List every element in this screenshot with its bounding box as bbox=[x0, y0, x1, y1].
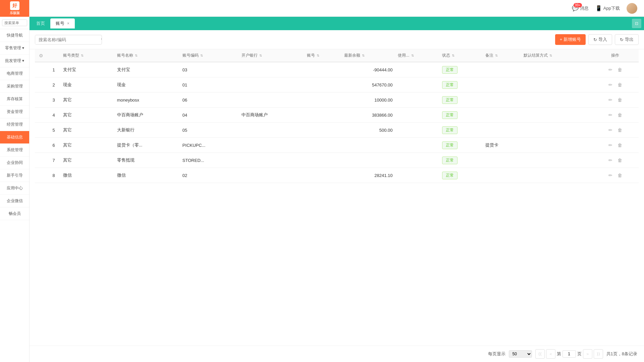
edit-icon[interactable]: ✏ bbox=[606, 156, 614, 164]
sidebar-item-retail[interactable]: 零售管理 ▾ bbox=[0, 42, 29, 55]
search-btn[interactable]: 🔍 bbox=[98, 35, 102, 44]
th-code[interactable]: 账号编码 ⇅ bbox=[180, 49, 239, 62]
delete-icon[interactable]: 🗑 bbox=[616, 96, 624, 104]
table-row: 1 支付宝 支付宝 03 -90444.00 正常 ✏ 🗑 bbox=[35, 62, 639, 77]
tab-expand-btn[interactable]: ⊡ bbox=[632, 19, 641, 28]
row-remark bbox=[483, 93, 521, 108]
sidebar-item-wholesale[interactable]: 批发管理 ▾ bbox=[0, 55, 29, 67]
sidebar-item-enterprise[interactable]: 企业协同 bbox=[0, 157, 29, 169]
th-use[interactable]: 使用... ⇅ bbox=[395, 49, 439, 62]
th-default-settle[interactable]: 默认结算方式 ⇅ bbox=[521, 49, 591, 62]
edit-icon[interactable]: ✏ bbox=[606, 141, 614, 149]
edit-icon[interactable]: ✏ bbox=[606, 171, 614, 179]
sidebar-item-guide[interactable]: 新手引导 bbox=[0, 169, 29, 182]
toolbar: 🔍 + 新增账号 ↻ 导入 ↻ 导出 bbox=[30, 30, 644, 49]
sidebar-item-quick-nav[interactable]: 快捷导航 bbox=[0, 29, 29, 42]
row-type: 其它 bbox=[60, 108, 114, 123]
edit-icon[interactable]: ✏ bbox=[606, 66, 614, 74]
search-input[interactable] bbox=[35, 35, 98, 44]
delete-icon[interactable]: 🗑 bbox=[616, 111, 624, 119]
table-header-row: ⚙ 账号类型 ⇅ 账号名称 ⇅ 账号编码 ⇅ 开户银行 ⇅ 账号 ⇅ 最新余额 … bbox=[35, 49, 639, 62]
row-type: 微信 bbox=[60, 168, 114, 183]
page-last-btn[interactable]: ⟩⟩ bbox=[594, 349, 603, 359]
edit-icon[interactable]: ✏ bbox=[606, 111, 614, 119]
row-bank bbox=[239, 138, 304, 153]
app-download-btn[interactable]: 📱 App下载 bbox=[595, 5, 620, 11]
sidebar-item-ecommerce[interactable]: 电商管理 bbox=[0, 67, 29, 80]
row-account bbox=[304, 93, 341, 108]
page-input[interactable] bbox=[562, 350, 576, 358]
row-code: 04 bbox=[180, 108, 239, 123]
row-num: 1 bbox=[47, 62, 60, 77]
page-next-btn[interactable]: ＞ bbox=[583, 349, 592, 359]
edit-icon[interactable]: ✏ bbox=[606, 81, 614, 89]
row-bank: 中百商场账户 bbox=[239, 108, 304, 123]
row-use bbox=[395, 93, 439, 108]
row-balance bbox=[341, 138, 395, 153]
row-remark bbox=[483, 153, 521, 168]
row-num: 4 bbox=[47, 108, 60, 123]
row-balance bbox=[341, 153, 395, 168]
row-code: 01 bbox=[180, 77, 239, 93]
edit-icon[interactable]: ✏ bbox=[606, 126, 614, 134]
search-box: 🔍 bbox=[35, 35, 102, 45]
delete-icon[interactable]: 🗑 bbox=[616, 126, 624, 134]
row-use bbox=[395, 153, 439, 168]
th-bank[interactable]: 开户银行 ⇅ bbox=[239, 49, 304, 62]
add-account-button[interactable]: + 新增账号 bbox=[555, 34, 586, 45]
row-type: 现金 bbox=[60, 77, 114, 93]
sidebar-item-basic-info[interactable]: 基础信息 bbox=[0, 131, 29, 144]
status-badge: 正常 bbox=[442, 126, 458, 134]
page-first-btn[interactable]: ⟨⟨ bbox=[535, 349, 545, 359]
sidebar-item-enterprise-wx[interactable]: 企业微信 bbox=[0, 195, 29, 207]
sidebar-item-inventory[interactable]: 库存核算 bbox=[0, 93, 29, 106]
th-type[interactable]: 账号类型 ⇅ bbox=[60, 49, 114, 62]
row-num: 7 bbox=[47, 153, 60, 168]
gear-icon[interactable]: ⚙ bbox=[39, 53, 43, 58]
delete-icon[interactable]: 🗑 bbox=[616, 156, 624, 164]
delete-icon[interactable]: 🗑 bbox=[616, 66, 624, 74]
per-page-select[interactable]: 50 100 200 bbox=[509, 350, 532, 358]
sidebar-search-input[interactable] bbox=[2, 19, 27, 26]
export-button[interactable]: ↻ 导出 bbox=[615, 34, 639, 45]
row-code: 03 bbox=[180, 62, 239, 77]
import-button[interactable]: ↻ 导入 bbox=[588, 34, 612, 45]
sidebar-item-member[interactable]: 畅会员 bbox=[0, 207, 29, 220]
sidebar-item-finance[interactable]: 资金管理 bbox=[0, 106, 29, 118]
sidebar-item-purchase[interactable]: 采购管理 bbox=[0, 80, 29, 93]
edit-icon[interactable]: ✏ bbox=[606, 96, 614, 104]
row-bank bbox=[239, 77, 304, 93]
sidebar-item-system[interactable]: 系统管理 bbox=[0, 144, 29, 157]
th-remark[interactable]: 备注 ⇅ bbox=[483, 49, 521, 62]
delete-icon[interactable]: 🗑 bbox=[616, 141, 624, 149]
row-name: 现金 bbox=[114, 77, 180, 93]
row-num: 3 bbox=[47, 93, 60, 108]
row-default-settle bbox=[521, 108, 591, 123]
sidebar-item-operation[interactable]: 经营管理 bbox=[0, 118, 29, 131]
tab-home[interactable]: 首页 bbox=[31, 18, 50, 28]
table-wrap: ⚙ 账号类型 ⇅ 账号名称 ⇅ 账号编码 ⇅ 开户银行 ⇅ 账号 ⇅ 最新余额 … bbox=[30, 49, 644, 346]
avatar[interactable] bbox=[627, 3, 637, 14]
row-actions: ✏ 🗑 bbox=[591, 123, 639, 138]
page-prev-btn[interactable]: ＜ bbox=[546, 349, 555, 359]
delete-icon[interactable]: 🗑 bbox=[616, 171, 624, 179]
row-status: 正常 bbox=[439, 108, 483, 123]
message-btn[interactable]: 💬 99+ 消息 bbox=[572, 5, 589, 11]
row-status: 正常 bbox=[439, 138, 483, 153]
pagination: ⟨⟨ ＜ 第 页 ＞ ⟩⟩ bbox=[535, 349, 603, 359]
th-balance[interactable]: 最新余额 ⇅ bbox=[341, 49, 395, 62]
th-account[interactable]: 账号 ⇅ bbox=[304, 49, 341, 62]
th-status[interactable]: 状态 ⇅ bbox=[439, 49, 483, 62]
row-checkbox-cell bbox=[35, 77, 47, 93]
row-name: 零售抵现 bbox=[114, 153, 180, 168]
th-name[interactable]: 账号名称 ⇅ bbox=[114, 49, 180, 62]
status-badge: 正常 bbox=[442, 96, 458, 104]
delete-icon[interactable]: 🗑 bbox=[616, 81, 624, 89]
row-num: 5 bbox=[47, 123, 60, 138]
sidebar-item-app-center[interactable]: 应用中心 bbox=[0, 182, 29, 195]
row-bank bbox=[239, 168, 304, 183]
row-name: 中百商场账户 bbox=[114, 108, 180, 123]
row-use bbox=[395, 168, 439, 183]
tab-account-close[interactable]: × bbox=[67, 21, 69, 26]
tab-account[interactable]: 账号 × bbox=[50, 18, 75, 28]
